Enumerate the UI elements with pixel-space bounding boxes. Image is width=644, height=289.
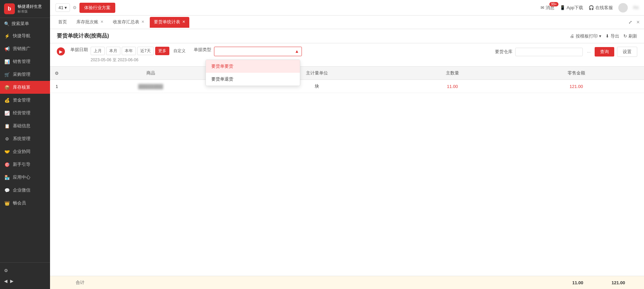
row-number: 1 bbox=[55, 84, 58, 89]
order-goods-label: 要货单要货 bbox=[211, 64, 233, 69]
sidebar-item-member[interactable]: 👑 畅会员 bbox=[0, 197, 50, 209]
operation-icon: 📈 bbox=[4, 110, 10, 116]
this-year-btn[interactable]: 本年 bbox=[122, 47, 136, 55]
date-range-display: 2023-05-06 至 2023-06-06 bbox=[91, 57, 188, 63]
sales-icon: 📊 bbox=[4, 59, 10, 65]
date-shortcuts: 上月 本月 本年 近7天 更多 自定义 bbox=[91, 47, 188, 55]
trial-button[interactable]: 体验行业方案 bbox=[79, 3, 115, 13]
tabbar: 首页 库存批次账 ✕ 收发存汇总表 ✕ 要货单统计表 ✕ ⤢ ✕ bbox=[50, 16, 644, 29]
table-footer: 合计 11.00 121.00 bbox=[50, 276, 644, 289]
refresh-icon: ↻ bbox=[623, 34, 627, 39]
sidebar-item-basic[interactable]: 📋 基础信息 bbox=[0, 119, 50, 132]
refresh-btn[interactable]: ↻ 刷新 bbox=[623, 33, 637, 39]
footer-amount: 121.00 bbox=[598, 280, 639, 285]
more-dates-btn[interactable]: 更多 bbox=[155, 47, 169, 55]
messages-btn[interactable]: ✉ 消息 99+ bbox=[541, 5, 554, 11]
maximize-icon: ⤢ bbox=[628, 20, 632, 25]
sidebar-item-sales[interactable]: 📊 销售管理 bbox=[0, 55, 50, 68]
page-actions: 🖨 按模板打印 ▾ ⬇ 导出 ↻ 刷新 bbox=[570, 33, 637, 39]
tab-home[interactable]: 首页 bbox=[54, 17, 71, 28]
this-month-btn[interactable]: 本月 bbox=[106, 47, 120, 55]
sidebar-item-label: 资金管理 bbox=[13, 97, 30, 103]
app-download-btn[interactable]: 📱 App下载 bbox=[560, 5, 583, 11]
qty-link[interactable]: 11.00 bbox=[447, 84, 458, 89]
sidebar-item-marketing[interactable]: 📢 营销推广 bbox=[0, 42, 50, 55]
col-settings-header[interactable]: ⚙ bbox=[50, 67, 64, 80]
filter-settings-button[interactable]: 设置 bbox=[617, 47, 637, 57]
sidebar-item-inventory[interactable]: 📦 库存核算 bbox=[0, 81, 50, 94]
custom-date-btn[interactable]: 自定义 bbox=[171, 47, 188, 55]
type-filter-section: 单据类型 ▲ bbox=[194, 47, 302, 56]
warehouse-input[interactable] bbox=[515, 48, 583, 56]
sidebar-item-label: 营销推广 bbox=[13, 46, 30, 52]
type-input[interactable] bbox=[214, 47, 302, 56]
row-amount[interactable]: 121.00 bbox=[508, 80, 644, 93]
system-icon: ⚙ bbox=[4, 136, 10, 142]
filter-expand-btn[interactable]: ▶ bbox=[57, 47, 65, 55]
export-btn[interactable]: ⬇ 导出 bbox=[605, 33, 619, 39]
order-return-label: 要货单退货 bbox=[211, 76, 233, 82]
tab-expand-button[interactable]: ⤢ bbox=[627, 18, 634, 26]
tab-order-stats-label: 要货单统计表 bbox=[154, 19, 180, 25]
sidebar-item-label: 库存核算 bbox=[13, 84, 30, 90]
table-row: 1 ████████ 块 11.00 121.00 bbox=[50, 80, 644, 93]
user-avatar[interactable] bbox=[618, 3, 628, 13]
search-menu-label: 搜索菜单 bbox=[11, 21, 29, 27]
type-dropdown-menu: 要货单要货 要货单退货 bbox=[206, 60, 300, 86]
tab-collect-dispatch[interactable]: 收发存汇总表 ✕ bbox=[109, 17, 148, 28]
sidebar-item-wechat[interactable]: 💬 企业微信 bbox=[0, 184, 50, 197]
collapse-icon: ◀ bbox=[4, 279, 7, 284]
shortcut-icon: ⚡ bbox=[4, 33, 10, 39]
sidebar-item-finance[interactable]: 💰 资金管理 bbox=[0, 94, 50, 107]
page-content: 要货单统计表(按商品) 🖨 按模板打印 ▾ ⬇ 导出 ↻ 刷新 bbox=[50, 29, 644, 289]
sidebar-item-enterprise[interactable]: 🤝 企业协同 bbox=[0, 145, 50, 158]
basic-icon: 📋 bbox=[4, 123, 10, 129]
purchase-icon: 🛒 bbox=[4, 71, 10, 77]
main-area: 41 ▾ ⚙ 体验行业方案 ✉ 消息 99+ 📱 App下载 🎧 在线客服 Ri… bbox=[50, 0, 644, 289]
sidebar-item-operation[interactable]: 📈 经营管理 bbox=[0, 107, 50, 119]
sidebar-item-shortcut[interactable]: ⚡ 快捷导航 bbox=[0, 29, 50, 42]
expand-right-icon: ▶ bbox=[59, 49, 63, 54]
type-dropdown-arrow[interactable]: ▲ bbox=[295, 49, 299, 54]
print-btn[interactable]: 🖨 按模板打印 ▾ bbox=[570, 33, 601, 39]
service-icon: 🎧 bbox=[589, 5, 594, 10]
last-7-days-btn[interactable]: 近7天 bbox=[137, 47, 154, 55]
sidebar-item-purchase[interactable]: 🛒 采购管理 bbox=[0, 68, 50, 81]
sidebar-item-label: 快捷导航 bbox=[13, 33, 30, 39]
online-service-label: 在线客服 bbox=[595, 5, 613, 11]
amount-link[interactable]: 121.00 bbox=[570, 84, 583, 89]
query-button[interactable]: 查询 bbox=[595, 47, 614, 57]
dropdown-item-order-goods[interactable]: 要货单要货 bbox=[206, 60, 300, 73]
data-table: ⚙ 商品 主计量单位 主数量 零售金额 1 ████████ bbox=[50, 67, 644, 93]
more-options-btn[interactable]: ··· bbox=[586, 48, 592, 56]
close-tab-inventory-batch[interactable]: ✕ bbox=[100, 20, 103, 24]
col-qty-header: 主数量 bbox=[396, 67, 508, 80]
message-icon: ✉ bbox=[541, 5, 544, 10]
sidebar-settings-btn[interactable]: ⚙ bbox=[0, 265, 50, 276]
dropdown-item-order-return[interactable]: 要货单退货 bbox=[206, 73, 300, 86]
date-filter-section: 单据日期 上月 本月 本年 近7天 更多 自定义 2023-05-06 至 20… bbox=[70, 47, 188, 63]
close-tab-collect-dispatch[interactable]: ✕ bbox=[141, 20, 144, 24]
tab-inventory-batch[interactable]: 库存批次账 ✕ bbox=[72, 17, 108, 28]
sidebar-item-label: 基础信息 bbox=[13, 123, 30, 129]
last-month-btn[interactable]: 上月 bbox=[91, 47, 105, 55]
settings-icon[interactable]: ⚙ bbox=[73, 5, 77, 10]
topbar-right: ✉ 消息 99+ 📱 App下载 🎧 在线客服 Rit bbox=[541, 3, 639, 13]
export-icon: ⬇ bbox=[605, 34, 609, 39]
sidebar-item-guide[interactable]: 🎯 新手引导 bbox=[0, 158, 50, 171]
sidebar-collapse-btn[interactable]: ◀ ▶ bbox=[0, 276, 50, 286]
tab-inventory-batch-label: 库存批次账 bbox=[76, 19, 98, 25]
sidebar-item-label: 经营管理 bbox=[13, 110, 30, 116]
app-name: 畅捷通好生意 bbox=[18, 4, 42, 9]
close-tab-order-stats[interactable]: ✕ bbox=[182, 20, 185, 24]
sidebar-item-label: 采购管理 bbox=[13, 71, 30, 77]
tab-order-stats[interactable]: 要货单统计表 ✕ bbox=[150, 17, 189, 28]
sidebar-item-system[interactable]: ⚙ 系统管理 bbox=[0, 132, 50, 145]
messages-badge: 99+ bbox=[549, 2, 558, 6]
row-qty[interactable]: 11.00 bbox=[396, 80, 508, 93]
close-all-btn[interactable]: ✕ bbox=[636, 20, 640, 25]
store-selector[interactable]: 41 ▾ bbox=[55, 3, 70, 12]
sidebar-item-appstore[interactable]: 🏪 应用中心 bbox=[0, 171, 50, 184]
search-menu[interactable]: 🔍 搜索菜单 bbox=[0, 18, 50, 29]
online-service-btn[interactable]: 🎧 在线客服 bbox=[589, 5, 613, 11]
